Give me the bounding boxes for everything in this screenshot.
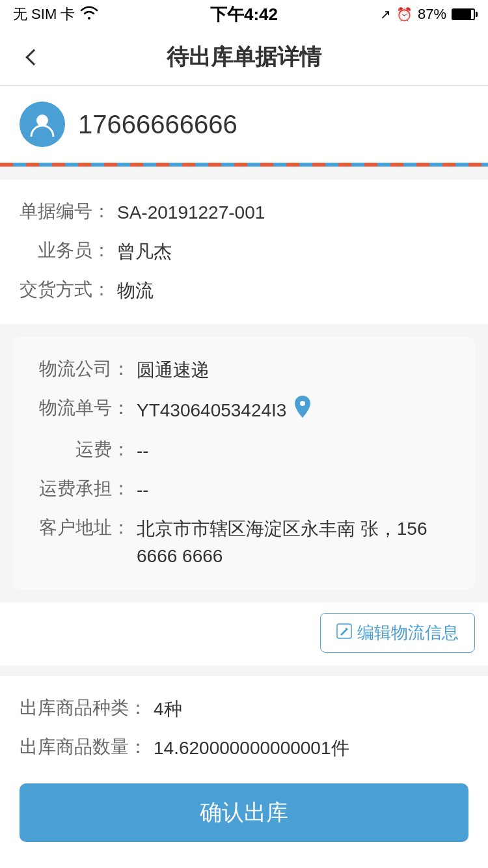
avatar [20,102,65,147]
grey-divider [0,666,488,676]
stock-type-row: 出库商品种类： 4种 [20,696,468,723]
order-no-value: SA-20191227-001 [117,199,468,226]
stock-quantity-row: 出库商品数量： 14.620000000000001件 [20,735,468,762]
stock-type-label: 出库商品种类： [20,696,154,720]
address-value: 北京市市辖区海淀区永丰南 张，156 6666 6666 [137,515,455,570]
address-row: 客户地址： 北京市市辖区海淀区永丰南 张，156 6666 6666 [33,515,455,570]
avatar-icon [20,102,65,147]
tracking-no-row: 物流单号： YT43064053424I3 [33,396,455,426]
nav-bar: 待出库单据详情 [0,29,488,86]
stock-type-value: 4种 [154,696,468,723]
back-chevron-icon [25,49,42,65]
delivery-method-value: 物流 [117,277,468,305]
stock-quantity-value: 14.620000000000001件 [154,735,468,762]
logistics-company-row: 物流公司： 圆通速递 [33,357,455,384]
tracking-no-label: 物流单号： [33,396,137,420]
status-left: 无 SIM 卡 [13,5,98,24]
page-title: 待出库单据详情 [167,42,321,72]
status-bar: 无 SIM 卡 下午4:42 ↗ ⏰ 87% [0,0,488,29]
edit-icon [336,623,352,643]
back-button[interactable] [20,43,48,72]
confirm-btn-label: 确认出库 [200,798,288,828]
sales-person-label: 业务员： [20,238,117,263]
freight-bearer-value: -- [137,476,455,504]
confirm-outbound-button[interactable]: 确认出库 [20,783,468,842]
freight-value: -- [137,437,455,465]
customer-phone: 17666666666 [78,110,237,139]
edit-btn-label: 编辑物流信息 [357,621,459,644]
status-right: ↗ ⏰ 87% [380,6,475,23]
wifi-icon [80,5,98,23]
location-status-icon: ↗ [380,7,391,22]
order-info-section: 单据编号： SA-20191227-001 业务员： 曾凡杰 交货方式： 物流 [0,180,488,324]
sales-person-value: 曾凡杰 [117,238,468,265]
logistics-company-value: 圆通速递 [137,357,455,384]
confirm-btn-wrapper: 确认出库 [0,770,488,868]
section-spacer-1 [0,167,488,180]
logistics-company-label: 物流公司： [33,357,137,381]
stock-section: 出库商品种类： 4种 出库商品数量： 14.620000000000001件 [0,676,488,781]
freight-bearer-label: 运费承担： [33,476,137,501]
battery-percentage: 87% [418,6,446,23]
svg-point-0 [36,115,48,126]
order-no-label: 单据编号： [20,199,117,224]
freight-bearer-row: 运费承担： -- [33,476,455,504]
customer-header: 17666666666 [0,86,488,163]
freight-label: 运费： [33,437,137,462]
sales-person-row: 业务员： 曾凡杰 [20,238,468,265]
tracking-location-icon[interactable] [293,396,312,426]
carrier-text: 无 SIM 卡 [13,5,75,24]
edit-btn-row: 编辑物流信息 [0,603,488,666]
stock-quantity-label: 出库商品数量： [20,735,154,759]
status-time: 下午4:42 [210,3,278,26]
order-no-row: 单据编号： SA-20191227-001 [20,199,468,226]
delivery-method-row: 交货方式： 物流 [20,277,468,305]
delivery-method-label: 交货方式： [20,277,117,302]
edit-logistics-button[interactable]: 编辑物流信息 [320,613,475,653]
logistics-card: 物流公司： 圆通速递 物流单号： YT43064053424I3 运费： -- … [13,337,475,590]
alarm-icon: ⏰ [396,7,413,22]
address-label: 客户地址： [33,515,137,540]
freight-row: 运费： -- [33,437,455,465]
battery-icon [452,8,475,20]
tracking-no-value: YT43064053424I3 [137,396,455,426]
